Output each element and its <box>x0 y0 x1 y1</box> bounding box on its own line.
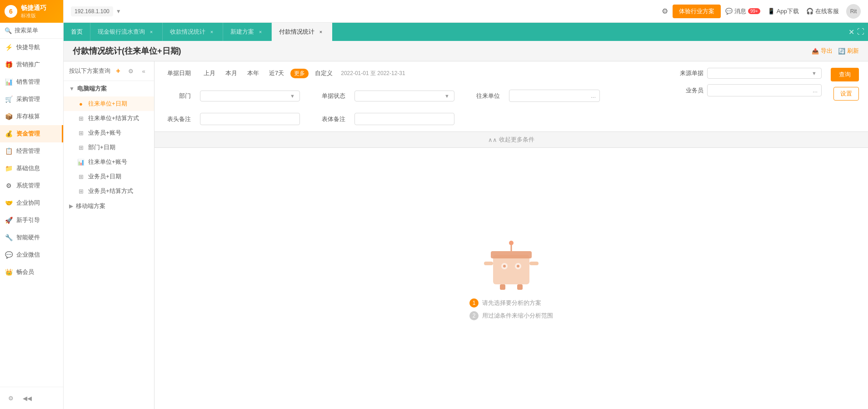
salesman-dots[interactable]: ... <box>809 85 821 96</box>
sidebar-settings-btn[interactable]: ⚙ <box>5 392 17 404</box>
tab-close-all-icon[interactable]: ✕ <box>848 28 854 36</box>
date-opt-this-month[interactable]: 本月 <box>222 68 241 79</box>
scheme-item-label: 往来单位+日期 <box>88 100 127 108</box>
body-note-input[interactable] <box>354 113 454 125</box>
tab-bank-flow[interactable]: 现金银行流水查询 × <box>90 23 163 41</box>
online-service-btn[interactable]: 🎧 在线客服 <box>806 7 839 15</box>
sidebar-brand: 畅捷通巧 标准版 <box>21 4 46 19</box>
right-panel: 单据日期 上月 本月 本年 近7天 更多 自定义 2022-01-01 至 20… <box>155 61 868 409</box>
date-opt-7days[interactable]: 近7天 <box>265 68 288 79</box>
scheme-item-salesman-date[interactable]: ⊞ 业务员+日期 <box>64 169 154 184</box>
marketing-icon: 🎁 <box>5 61 13 69</box>
system-icon: ⚙ <box>5 182 13 190</box>
messages-badge: 99+ <box>748 8 760 14</box>
chevron-down-icon[interactable]: ▼ <box>116 8 121 15</box>
settings-btn[interactable]: 设置 <box>833 87 859 101</box>
sidebar-collapse-btn[interactable]: ◀◀ <box>21 392 34 404</box>
vip-icon: 👑 <box>5 268 13 276</box>
add-scheme-btn[interactable]: + <box>113 66 123 76</box>
sidebar-item-wechat[interactable]: 💬 企业微信 <box>0 246 63 263</box>
mobile-scheme-category[interactable]: ▶ 移动端方案 <box>64 198 154 214</box>
sidebar-search-label: 搜索菜单 <box>15 26 38 35</box>
sidebar-item-guide[interactable]: 🚀 新手引导 <box>0 212 63 229</box>
scheme-item-label: 部门+日期 <box>88 143 115 151</box>
sidebar-item-system[interactable]: ⚙ 系统管理 <box>0 177 63 194</box>
export-btn[interactable]: 📤 导出 <box>812 47 833 55</box>
svg-rect-1 <box>491 251 532 258</box>
scheme-item-label: 往来单位+结算方式 <box>88 114 139 122</box>
filter-row-date: 单据日期 上月 本月 本年 近7天 更多 自定义 2022-01-01 至 20… <box>164 68 667 79</box>
finance-icon: 💰 <box>5 130 13 138</box>
scheme-item-dept-date[interactable]: ⊞ 部门+日期 <box>64 140 154 155</box>
sidebar-item-label: 库存核算 <box>16 112 40 121</box>
tab-expand-icon[interactable]: ⛶ <box>857 28 864 36</box>
sidebar-item-hardware[interactable]: 🔧 智能硬件 <box>0 229 63 246</box>
sidebar-item-marketing[interactable]: 🎁 营销推广 <box>0 56 63 73</box>
left-panel: 按以下方案查询 + ⚙ « ▼ 电脑端方案 ● 往来单位+日期 ⊞ <box>64 61 155 409</box>
date-opt-this-year[interactable]: 本年 <box>244 68 263 79</box>
svg-rect-0 <box>493 255 529 284</box>
scheme-item-salesman-account[interactable]: ⊞ 业务员+账号 <box>64 126 154 140</box>
collapse-chevron-icon: ∧∧ <box>488 136 497 143</box>
trial-btn[interactable]: 体验行业方案 <box>673 5 721 18</box>
collapse-more-btn[interactable]: ∧∧ 收起更多条件 <box>488 132 534 147</box>
sidebar-item-label: 畅会员 <box>16 268 34 276</box>
scheme-grid-icon: ⊞ <box>77 173 85 180</box>
sidebar-search[interactable]: 🔍 搜索菜单 <box>0 23 63 39</box>
tab-receipt-stats[interactable]: 收款情况统计 × <box>163 23 223 41</box>
voucher-status-select[interactable]: ▼ <box>354 91 454 101</box>
sidebar-item-inventory[interactable]: 📦 库存核算 <box>0 108 63 125</box>
scheme-chart-icon: 📊 <box>77 158 85 166</box>
sidebar-item-basic-info[interactable]: 📁 基础信息 <box>0 160 63 177</box>
empty-state: 1 请先选择要分析的方案 2 用过滤条件来缩小分析范围 <box>155 148 868 409</box>
scheme-item-label: 往来单位+账号 <box>88 158 127 166</box>
tab-new-scheme-close[interactable]: × <box>257 28 264 35</box>
sidebar-item-operations[interactable]: 📋 经营管理 <box>0 142 63 160</box>
salesman-input-value <box>708 88 809 93</box>
scheme-item-label: 业务员+日期 <box>88 172 121 181</box>
tab-payment-stats-close[interactable]: × <box>317 28 324 35</box>
refresh-btn[interactable]: 🔄 刷新 <box>838 47 859 55</box>
sidebar-item-finance[interactable]: 💰 资金管理 <box>0 125 63 142</box>
avatar[interactable]: Rit <box>846 4 861 19</box>
scheme-grid-icon: ⊞ <box>77 129 85 136</box>
main-area: 192.168.1.100 ▼ ⚙ 体验行业方案 💬 消息 99+ 📱 App下… <box>64 0 868 409</box>
left-panel-header: 按以下方案查询 + ⚙ « <box>64 61 154 81</box>
svg-point-11 <box>509 241 514 245</box>
tab-receipt-stats-close[interactable]: × <box>208 28 215 35</box>
sidebar-item-purchase[interactable]: 🛒 采购管理 <box>0 91 63 108</box>
dept-select[interactable]: ▼ <box>200 91 300 101</box>
date-opt-custom[interactable]: 自定义 <box>311 68 336 79</box>
app-download-btn[interactable]: 📱 App下载 <box>768 7 799 15</box>
sidebar-item-quick-nav[interactable]: ⚡ 快捷导航 <box>0 39 63 56</box>
scheme-item-unit-account[interactable]: 📊 往来单位+账号 <box>64 155 154 169</box>
partner-input-value <box>509 94 587 98</box>
scheme-item-unit-settle[interactable]: ⊞ 往来单位+结算方式 <box>64 111 154 126</box>
tab-bank-flow-close[interactable]: × <box>148 28 155 35</box>
partner-dots[interactable]: ... <box>587 90 599 101</box>
topbar-right: 💬 消息 99+ 📱 App下载 🎧 在线客服 Rit <box>725 4 861 19</box>
scheme-item-unit-date[interactable]: ● 往来单位+日期 <box>64 96 154 111</box>
basic-info-icon: 📁 <box>5 164 13 172</box>
scheme-item-salesman-settle[interactable]: ⊞ 业务员+结算方式 <box>64 184 154 198</box>
sidebar-header: 6 畅捷通巧 标准版 <box>0 0 63 23</box>
source-select[interactable]: ▼ <box>707 68 822 79</box>
header-note-input[interactable] <box>200 113 300 125</box>
pc-scheme-category[interactable]: ▼ 电脑端方案 <box>64 81 154 96</box>
sidebar-item-vip[interactable]: 👑 畅会员 <box>0 263 63 281</box>
messages-btn[interactable]: 💬 消息 99+ <box>725 7 760 15</box>
date-opt-more[interactable]: 更多 <box>290 69 309 78</box>
date-opt-last-month[interactable]: 上月 <box>200 68 219 79</box>
scheme-settings-btn[interactable]: ⚙ <box>126 66 136 76</box>
sales-icon: 📊 <box>5 78 13 86</box>
sidebar-item-enterprise[interactable]: 🤝 企业协同 <box>0 194 63 212</box>
tab-home[interactable]: 首页 <box>64 23 90 41</box>
sidebar-item-sales[interactable]: 📊 销售管理 <box>0 73 63 91</box>
panel-collapse-btn[interactable]: « <box>139 66 149 76</box>
tab-payment-stats[interactable]: 付款情况统计 × <box>272 23 332 41</box>
query-btn[interactable]: 查询 <box>831 68 859 81</box>
date-filter-label: 单据日期 <box>164 69 191 77</box>
sidebar-subtitle: 标准版 <box>21 12 46 19</box>
tab-new-scheme[interactable]: 新建方案 × <box>223 23 272 41</box>
topbar-gear-icon[interactable]: ⚙ <box>662 7 668 15</box>
